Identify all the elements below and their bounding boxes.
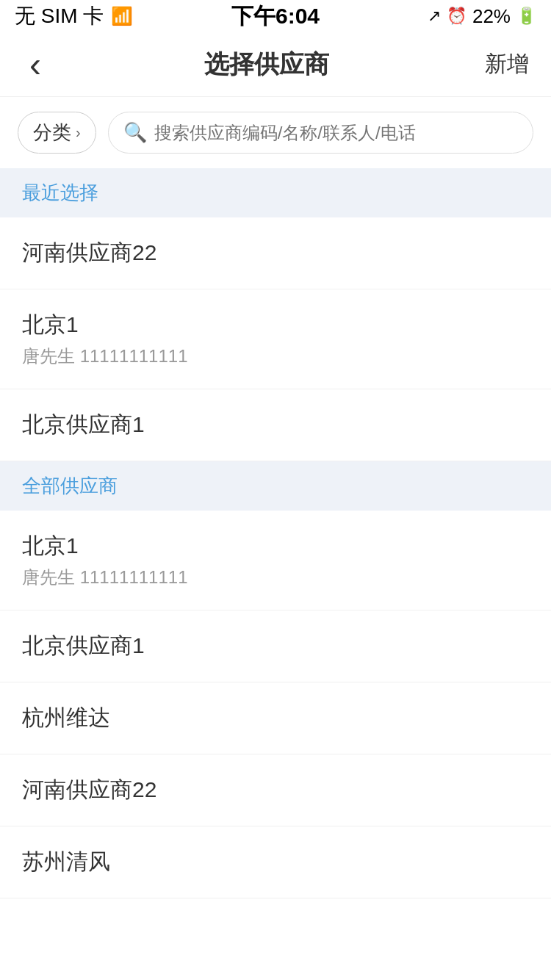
- back-button[interactable]: ‹: [22, 37, 48, 92]
- item-name: 北京供应商1: [22, 631, 529, 661]
- recent-section-label: 最近选择: [22, 181, 98, 203]
- item-sub: 唐先生 11111111111: [22, 566, 529, 589]
- item-name: 北京供应商1: [22, 410, 529, 440]
- list-item[interactable]: 北京供应商1: [0, 389, 551, 461]
- recent-items-list: 河南供应商22北京1唐先生 11111111111北京供应商1: [0, 217, 551, 461]
- list-item[interactable]: 北京1唐先生 11111111111: [0, 511, 551, 610]
- category-label: 分类: [33, 120, 71, 145]
- item-name: 苏州清风: [22, 847, 529, 877]
- item-name: 河南供应商22: [22, 238, 529, 268]
- status-right: ↗ ⏰ 22% 🔋: [428, 5, 536, 28]
- item-name: 河南供应商22: [22, 775, 529, 805]
- status-time: 下午6:04: [231, 1, 320, 32]
- chevron-right-icon: ›: [76, 124, 81, 141]
- battery-label: 22%: [472, 5, 511, 28]
- add-button[interactable]: 新增: [485, 49, 529, 79]
- all-section-label: 全部供应商: [22, 475, 118, 497]
- search-row: 分类 › 🔍: [0, 97, 551, 168]
- item-name: 北京1: [22, 531, 529, 561]
- item-sub: 唐先生 11111111111: [22, 345, 529, 368]
- search-icon: 🔍: [123, 121, 147, 144]
- list-item[interactable]: 北京1唐先生 11111111111: [0, 289, 551, 389]
- item-name: 杭州维达: [22, 703, 529, 733]
- wifi-icon: 📶: [111, 6, 133, 26]
- list-item[interactable]: 北京供应商1: [0, 610, 551, 682]
- recent-section-header: 最近选择: [0, 168, 551, 217]
- location-icon: ↗: [428, 7, 441, 26]
- list-item[interactable]: 苏州清风: [0, 826, 551, 898]
- nav-bar: ‹ 选择供应商 新增: [0, 32, 551, 97]
- page-title: 选择供应商: [204, 48, 329, 82]
- battery-icon: 🔋: [516, 7, 536, 26]
- status-bar: 无 SIM 卡 📶 下午6:04 ↗ ⏰ 22% 🔋: [0, 0, 551, 32]
- list-item[interactable]: 河南供应商22: [0, 754, 551, 826]
- alarm-icon: ⏰: [447, 7, 467, 26]
- search-box[interactable]: 🔍: [108, 112, 533, 154]
- item-name: 北京1: [22, 310, 529, 340]
- category-filter-button[interactable]: 分类 ›: [18, 112, 96, 154]
- status-carrier: 无 SIM 卡 📶: [15, 2, 133, 30]
- list-item[interactable]: 河南供应商22: [0, 217, 551, 289]
- all-section-header: 全部供应商: [0, 461, 551, 511]
- list-item[interactable]: 杭州维达: [0, 682, 551, 754]
- all-items-list: 北京1唐先生 11111111111北京供应商1杭州维达河南供应商22苏州清风: [0, 511, 551, 898]
- search-input[interactable]: [154, 123, 518, 143]
